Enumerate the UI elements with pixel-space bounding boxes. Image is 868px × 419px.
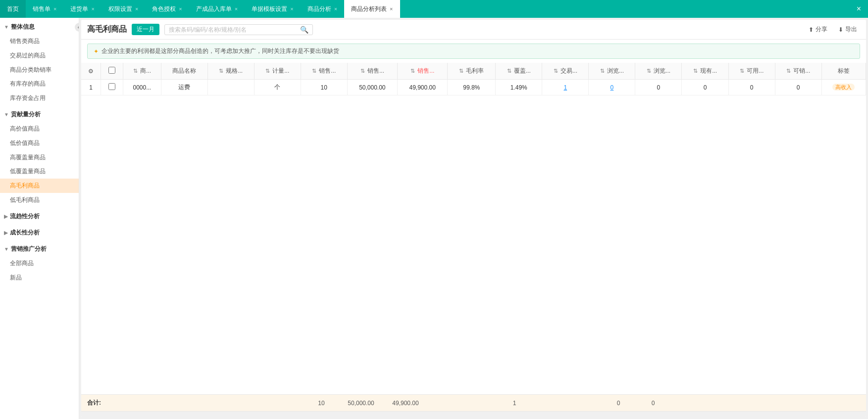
content-header: 高毛利商品 近一月 🔍 ⬆ 分享 ⬇ 导出 [81, 20, 866, 40]
sidebar-item-traded-goods[interactable]: 交易过的商品 [0, 48, 79, 63]
table-container: ⚙ ⇅ 商... 商品名称 ⇅ [81, 63, 866, 394]
sidebar-group-overview-title[interactable]: ▼ 整体信息 [0, 20, 79, 34]
sidebar-item-in-stock-goods[interactable]: 有库存的商品 [0, 77, 79, 91]
cell-seq: 1 [81, 80, 101, 95]
close-product-warehousing[interactable]: × [235, 6, 238, 12]
nav-permission-settings[interactable]: 权限设置 × [102, 0, 145, 18]
sidebar-item-all-goods[interactable]: 全部商品 [0, 256, 79, 271]
nav-template-settings[interactable]: 单据模板设置 × [245, 0, 300, 18]
close-permission-settings[interactable]: × [135, 6, 138, 12]
nav-role-auth[interactable]: 角色授权 × [145, 0, 189, 18]
col-sales-profit[interactable]: ⇅ 销售... [398, 63, 448, 80]
cell-tag: 高收入 [821, 80, 866, 95]
cell-checkbox[interactable] [101, 80, 123, 95]
cell-salable: 0 [775, 80, 821, 95]
table-body: 10000...运费个1050,000.0049,900.0099.8%1.49… [81, 80, 866, 95]
sort-icon-11: ⇅ [647, 68, 651, 74]
footer-sales-qty: 10 [304, 400, 339, 407]
sort-icon-9: ⇅ [554, 68, 558, 74]
sort-icon-12: ⇅ [693, 68, 698, 74]
data-table: ⚙ ⇅ 商... 商品名称 ⇅ [81, 63, 866, 95]
col-seq: ⚙ [81, 63, 101, 80]
cell-sales-profit: 49,900.00 [398, 80, 448, 95]
table-row: 10000...运费个1050,000.0049,900.0099.8%1.49… [81, 80, 866, 95]
sidebar-group-growth-title[interactable]: ▶ 成长性分析 [0, 226, 79, 240]
col-trade[interactable]: ⇅ 交易... [542, 63, 589, 80]
info-icon: ✦ [94, 48, 99, 55]
close-product-analysis[interactable]: × [334, 6, 337, 12]
sidebar-group-contribution-title[interactable]: ▼ 贡献量分析 [0, 107, 79, 122]
nav-sales-order[interactable]: 销售单 × [26, 0, 63, 18]
cell-trade[interactable]: 1 [542, 80, 589, 95]
footer-sales-amount: 50,000.00 [339, 400, 383, 407]
cell-browse1[interactable]: 0 [589, 80, 635, 95]
cell-sales-qty: 10 [301, 80, 347, 95]
col-gross-rate[interactable]: ⇅ 毛利率 [448, 63, 496, 80]
close-template-settings[interactable]: × [290, 6, 293, 12]
col-code[interactable]: ⇅ 商... [123, 63, 161, 80]
nav-product-analysis[interactable]: 商品分析 × [301, 0, 344, 18]
sidebar-group-overview: ▼ 整体信息 销售类商品 交易过的商品 商品分类助销率 有库存的商品 库存资金占… [0, 20, 79, 105]
nav-product-analysis-list[interactable]: 商品分析列表 × [344, 0, 400, 18]
sort-icon-10: ⇅ [600, 68, 605, 74]
time-filter-button[interactable]: 近一月 [132, 24, 159, 35]
export-button[interactable]: ⬇ 导出 [835, 24, 860, 35]
sort-icon-8: ⇅ [507, 68, 511, 74]
sort-icon-2: ⇅ [219, 68, 223, 74]
sidebar-item-new-goods[interactable]: 新品 [0, 271, 79, 285]
horizontal-scrollbar[interactable] [81, 411, 866, 417]
close-product-analysis-list[interactable]: × [390, 6, 393, 12]
col-sales-qty[interactable]: ⇅ 销售... [301, 63, 347, 80]
col-unit[interactable]: ⇅ 计量... [254, 63, 301, 80]
close-purchase-order[interactable]: × [91, 6, 94, 12]
arrow-down-icon-3: ▼ [4, 246, 9, 252]
select-all-checkbox[interactable] [108, 67, 115, 74]
col-spec[interactable]: ⇅ 规格... [207, 63, 254, 80]
share-button[interactable]: ⬆ 分享 [806, 24, 830, 35]
content-area: 高毛利商品 近一月 🔍 ⬆ 分享 ⬇ 导出 ✦ 企业的主要的利润都是这部分商品创… [81, 20, 866, 417]
sidebar-item-stock-capital[interactable]: 库存资金占用 [0, 91, 79, 105]
col-sales-amount[interactable]: ⇅ 销售... [347, 63, 397, 80]
row-checkbox[interactable] [108, 83, 115, 90]
col-browse1[interactable]: ⇅ 浏览... [589, 63, 635, 80]
window-close-button[interactable]: × [850, 4, 868, 13]
sidebar-item-high-value[interactable]: 高价值商品 [0, 122, 79, 136]
arrow-down-icon: ▼ [4, 24, 9, 30]
col-salable[interactable]: ⇅ 可销... [775, 63, 821, 80]
sort-icon-3: ⇅ [265, 68, 270, 74]
sidebar-item-high-margin[interactable]: 高毛利商品 [0, 179, 79, 193]
nav-home[interactable]: 首页 [0, 0, 26, 18]
cell-sales-amount: 50,000.00 [347, 80, 397, 95]
sidebar-group-contribution: ▼ 贡献量分析 高价值商品 低价值商品 高覆盖量商品 低覆盖量商品 高毛利商品 … [0, 107, 79, 207]
col-browse2[interactable]: ⇅ 浏览... [635, 63, 682, 80]
sort-icon-6: ⇅ [410, 68, 415, 74]
col-coverage[interactable]: ⇅ 覆盖... [496, 63, 542, 80]
export-icon: ⬇ [838, 26, 843, 33]
sidebar-item-low-margin[interactable]: 低毛利商品 [0, 193, 79, 207]
close-role-auth[interactable]: × [179, 6, 182, 12]
col-stock[interactable]: ⇅ 现有... [682, 63, 728, 80]
settings-icon[interactable]: ⚙ [88, 68, 94, 75]
search-box: 🔍 [164, 24, 313, 35]
close-sales-order[interactable]: × [53, 6, 56, 12]
col-available[interactable]: ⇅ 可用... [728, 63, 775, 80]
sidebar-item-low-value[interactable]: 低价值商品 [0, 136, 79, 150]
sidebar-item-low-coverage[interactable]: 低覆盖量商品 [0, 164, 79, 179]
info-bar: ✦ 企业的主要的利润都是这部分商品创造的，可考虑加大推广，同时关注库存是不要出现… [87, 44, 860, 59]
sidebar-item-category-sales-rate[interactable]: 商品分类助销率 [0, 63, 79, 77]
sidebar: « ▼ 整体信息 销售类商品 交易过的商品 商品分类助销率 有库存的商品 库存资… [0, 18, 79, 419]
page-title: 高毛利商品 [87, 24, 127, 35]
col-name[interactable]: 商品名称 [161, 63, 207, 80]
cell-code: 0000... [123, 80, 161, 95]
footer-stock: 0 [601, 400, 636, 407]
search-icon[interactable]: 🔍 [300, 26, 308, 34]
sidebar-group-marketing: ▼ 营销推广分析 全部商品 新品 [0, 242, 79, 285]
sidebar-group-marketing-title[interactable]: ▼ 营销推广分析 [0, 242, 79, 256]
sidebar-item-high-coverage[interactable]: 高覆盖量商品 [0, 150, 79, 165]
search-input[interactable] [169, 26, 298, 33]
nav-product-warehousing[interactable]: 产成品入库单 × [189, 0, 245, 18]
sidebar-group-trend-title[interactable]: ▶ 流趋性分析 [0, 209, 79, 224]
sidebar-item-sales-goods[interactable]: 销售类商品 [0, 34, 79, 48]
sort-icon-7: ⇅ [459, 68, 463, 74]
nav-purchase-order[interactable]: 进货单 × [63, 0, 101, 18]
